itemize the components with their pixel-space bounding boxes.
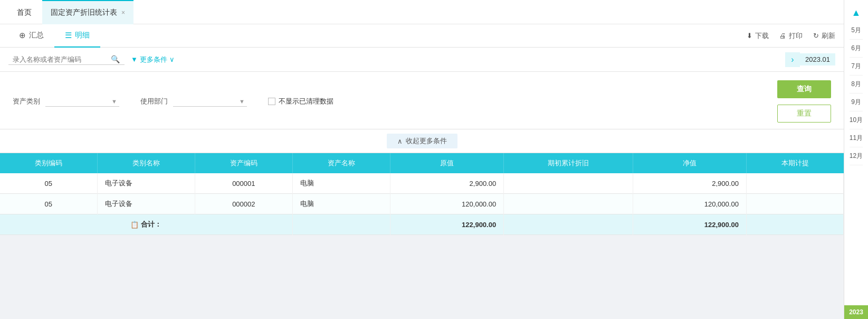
home-nav[interactable]: 首页	[8, 0, 40, 24]
more-filter-label: 更多条件	[140, 55, 167, 64]
data-table: 类别编码 类别名称 资产编码 资产名称 原值 期初累计折旧 净值 本期计提 05…	[0, 153, 844, 235]
filter-icon: ▼	[131, 55, 138, 63]
th-asset-name: 资产名称	[292, 153, 390, 173]
th-current-depreciation: 本期计提	[746, 153, 843, 173]
total-net-value: 122,900.00	[633, 214, 746, 235]
summary-icon: ⊕	[19, 31, 26, 40]
download-icon: ⬇	[747, 32, 752, 40]
th-category-name: 类别名称	[97, 153, 195, 173]
th-accumulated-depreciation: 期初累计折旧	[504, 153, 633, 173]
cell-category-name: 电子设备	[97, 194, 195, 214]
table-row: 05 电子设备 000002 电脑 120,000.00 120,000.00	[0, 194, 844, 214]
th-net-value: 净值	[633, 153, 746, 173]
date-display: 2023.01	[800, 53, 835, 65]
cell-category-code: 05	[0, 173, 97, 194]
tab-close-icon[interactable]: ×	[121, 9, 125, 16]
search-wrap: 🔍	[8, 54, 125, 65]
total-icon: 📋	[130, 221, 139, 229]
search-icon[interactable]: 🔍	[111, 55, 120, 63]
sidebar-month-item[interactable]: 10月	[850, 111, 863, 129]
print-button[interactable]: 🖨 打印	[779, 31, 803, 41]
department-label: 使用部门	[140, 97, 168, 106]
sidebar-year: 2023	[844, 305, 868, 319]
th-original-value: 原值	[390, 153, 504, 173]
asset-category-field: 资产类别 ▼	[13, 96, 119, 107]
tab-summary[interactable]: ⊕ 汇总	[8, 24, 54, 48]
hide-cleared-label: 不显示已清理数据	[279, 97, 333, 106]
total-accumulated-depreciation	[504, 214, 633, 235]
cell-original-value: 120,000.00	[390, 194, 504, 214]
print-label: 打印	[789, 31, 803, 41]
department-field: 使用部门 ▼	[140, 96, 247, 107]
total-current-depreciation	[746, 214, 843, 235]
collapse-icon: ∧	[397, 137, 403, 145]
sidebar-month-item[interactable]: 8月	[850, 76, 863, 93]
cell-current-depreciation	[746, 173, 843, 194]
right-sidebar: ▲ 5月6月7月8月9月10月11月12月 2023	[844, 0, 868, 319]
total-label-cell: 📋 合计：	[0, 214, 292, 235]
tab-detail[interactable]: ☰ 明细	[54, 24, 100, 48]
th-asset-code: 资产编码	[195, 153, 292, 173]
advanced-filter-panel: 资产类别 ▼ 使用部门 ▼ 不显示已清理数	[0, 72, 844, 129]
reset-button[interactable]: 重置	[777, 105, 831, 123]
hide-cleared-checkbox[interactable]	[268, 98, 275, 105]
table-row: 05 电子设备 000001 电脑 2,900.00 2,900.00	[0, 173, 844, 194]
refresh-icon: ↻	[813, 32, 819, 40]
cell-accumulated-depreciation	[504, 173, 633, 194]
collapse-button[interactable]: ∧ 收起更多条件	[387, 134, 457, 148]
asset-category-label: 资产类别	[13, 97, 40, 106]
refresh-button[interactable]: ↻ 刷新	[813, 31, 835, 41]
hide-cleared-checkbox-wrap[interactable]: 不显示已清理数据	[268, 97, 333, 106]
sidebar-month-item[interactable]: 6月	[850, 40, 863, 58]
chevron-down-icon: ∨	[169, 55, 175, 63]
download-button[interactable]: ⬇ 下载	[747, 31, 769, 41]
cell-net-value: 120,000.00	[633, 194, 746, 214]
date-prev-button[interactable]: ›	[785, 52, 800, 67]
sidebar-month-item[interactable]: 5月	[850, 22, 863, 40]
sidebar-month-item[interactable]: 9月	[850, 93, 863, 111]
cell-asset-code: 000001	[195, 173, 292, 194]
cell-asset-name: 电脑	[292, 173, 390, 194]
detail-tab-label: 明细	[75, 31, 90, 40]
cell-net-value: 2,900.00	[633, 173, 746, 194]
data-table-wrap: 类别编码 类别名称 资产编码 资产名称 原值 期初累计折旧 净值 本期计提 05…	[0, 153, 844, 235]
query-button[interactable]: 查询	[777, 80, 831, 98]
cell-asset-name: 电脑	[292, 194, 390, 214]
sidebar-month-item[interactable]: 7月	[850, 58, 863, 76]
refresh-label: 刷新	[822, 31, 835, 41]
tab-label: 固定资产折旧统计表	[51, 8, 117, 17]
collapse-bar: ∧ 收起更多条件	[0, 129, 844, 153]
search-input[interactable]	[13, 55, 108, 63]
more-filter-button[interactable]: ▼ 更多条件 ∨	[131, 55, 175, 64]
cell-current-depreciation	[746, 194, 843, 214]
sidebar-month-item[interactable]: 11月	[850, 129, 863, 147]
cell-category-code: 05	[0, 194, 97, 214]
th-category-code: 类别编码	[0, 153, 97, 173]
cell-category-name: 电子设备	[97, 173, 195, 194]
total-label-text: 合计：	[141, 220, 161, 229]
cell-original-value: 2,900.00	[390, 173, 504, 194]
active-tab[interactable]: 固定资产折旧统计表 ×	[42, 0, 133, 24]
total-row: 📋 合计： 122,900.00 122,900.00	[0, 214, 844, 235]
table-header-row: 类别编码 类别名称 资产编码 资产名称 原值 期初累计折旧 净值 本期计提	[0, 153, 844, 173]
cell-accumulated-depreciation	[504, 194, 633, 214]
department-select[interactable]	[173, 96, 247, 107]
total-original-value: 122,900.00	[390, 214, 504, 235]
download-label: 下载	[755, 31, 769, 41]
print-icon: 🖨	[779, 32, 786, 40]
collapse-label: 收起更多条件	[406, 136, 447, 146]
summary-tab-label: 汇总	[29, 31, 44, 40]
asset-category-select[interactable]	[45, 96, 119, 107]
sidebar-scroll-up-icon[interactable]: ▲	[852, 4, 861, 22]
sidebar-month-item[interactable]: 12月	[850, 147, 863, 165]
total-asset-name	[292, 214, 390, 235]
cell-asset-code: 000002	[195, 194, 292, 214]
detail-icon: ☰	[65, 31, 72, 40]
